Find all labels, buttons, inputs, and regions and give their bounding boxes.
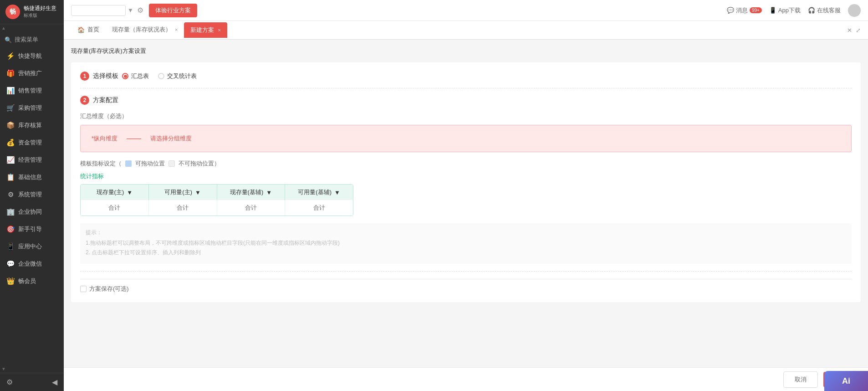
sidebar-item-app-center[interactable]: 📱 应用中心 xyxy=(0,238,64,255)
app-center-label: 应用中心 xyxy=(18,242,42,251)
sidebar-item-basic-info[interactable]: 📋 基础信息 xyxy=(0,169,64,186)
main-card: 1 选择模板 汇总表 交叉统计表 2 方案配置 xyxy=(71,62,861,302)
quick-nav-label: 快捷导航 xyxy=(18,52,42,60)
save-divider xyxy=(80,271,852,272)
template-settings-label: 模板指标设定（ 可拖动位置 不可拖动位置） xyxy=(80,159,852,168)
stats-header-3-label: 可用量(基辅) xyxy=(298,188,332,196)
topbar-dropdown-icon[interactable]: ▼ xyxy=(128,7,133,14)
tab-maximize-icon[interactable]: ⤢ xyxy=(856,27,861,34)
stats-header-0[interactable]: 现存量(主) ▼ xyxy=(81,185,149,200)
topbar-search-area: ▼ xyxy=(71,5,133,16)
step2-header: 2 方案配置 xyxy=(80,96,852,105)
dimension-required-label: *纵向维度 xyxy=(92,134,117,143)
ai-label: Ai xyxy=(842,376,850,386)
online-service-item[interactable]: 🎧 在线客服 xyxy=(808,6,841,15)
topbar-search-input[interactable] xyxy=(71,5,126,16)
stats-body-0-2: 合计 xyxy=(217,200,286,216)
inventory-icon: 📦 xyxy=(6,121,15,129)
page-title: 现存量(库存状况表)方案设置 xyxy=(71,47,861,55)
sidebar-item-wechat[interactable]: 💬 企业微信 xyxy=(0,255,64,273)
sidebar-item-inventory[interactable]: 📦 库存核算 xyxy=(0,117,64,134)
step1-title: 选择模板 xyxy=(93,72,118,80)
app-edition: 标准版 xyxy=(24,12,56,19)
tab-new-plan-close[interactable]: × xyxy=(218,27,220,33)
sidebar-item-purchase[interactable]: 🛒 采购管理 xyxy=(0,99,64,117)
tab-home[interactable]: 🏠 首页 xyxy=(71,21,106,39)
collapse-icon[interactable]: ◀ xyxy=(52,378,57,386)
tab-close-window-icon[interactable]: ✕ xyxy=(847,27,852,34)
tab-inventory-status-close[interactable]: × xyxy=(175,27,178,32)
topbar-settings-icon[interactable]: ⚙ xyxy=(137,6,143,15)
stats-header-1-dropdown[interactable]: ▼ xyxy=(195,189,201,196)
stats-header-2[interactable]: 现存量(基辅) ▼ xyxy=(217,185,286,200)
user-avatar[interactable] xyxy=(848,4,861,17)
cancel-button[interactable]: 取消 xyxy=(783,371,818,388)
template-options: 汇总表 交叉统计表 xyxy=(122,72,197,80)
enterprise-icon: 🏢 xyxy=(6,208,15,216)
inventory-label: 库存核算 xyxy=(18,121,42,129)
sidebar-item-sales[interactable]: 📊 销售管理 xyxy=(0,82,64,99)
step1-divider xyxy=(80,88,852,88)
basic-info-label: 基础信息 xyxy=(18,173,42,181)
dimension-section-title: 汇总维度（必选） xyxy=(80,112,852,120)
dimension-arrow: —— xyxy=(127,134,141,143)
system-label: 系统管理 xyxy=(18,190,42,199)
stats-table-header: 现存量(主) ▼ 可用量(主) ▼ 现存量(基辅) ▼ 可用量(基辅) ▼ xyxy=(81,185,353,200)
stats-header-1[interactable]: 可用量(主) ▼ xyxy=(149,185,217,200)
sidebar-item-enterprise[interactable]: 🏢 企业协同 xyxy=(0,203,64,221)
stats-header-0-dropdown[interactable]: ▼ xyxy=(127,189,133,196)
save-option: 方案保存(可选) xyxy=(80,279,852,293)
sidebar-item-new-guide[interactable]: 🎯 新手引导 xyxy=(0,221,64,238)
stats-header-2-label: 现存量(基辅) xyxy=(230,188,264,196)
sidebar-item-member[interactable]: 👑 畅会员 xyxy=(0,273,64,290)
step1-header: 1 选择模板 汇总表 交叉统计表 xyxy=(80,72,852,81)
sidebar-search-menu[interactable]: 🔍 搜索菜单 xyxy=(0,32,64,47)
online-service-label: 在线客服 xyxy=(817,6,841,15)
finance-icon: 💰 xyxy=(6,139,15,147)
stats-header-2-dropdown[interactable]: ▼ xyxy=(266,189,272,196)
app-center-icon: 📱 xyxy=(6,242,15,251)
stats-header-3[interactable]: 可用量(基辅) ▼ xyxy=(285,185,353,200)
sidebar-item-marketing[interactable]: 🎁 营销推广 xyxy=(0,65,64,82)
stats-header-1-label: 可用量(主) xyxy=(164,188,192,196)
tab-new-plan[interactable]: 新建方案 × xyxy=(184,22,227,38)
sales-icon: 📊 xyxy=(6,87,15,95)
app-download-item[interactable]: 📱 App下载 xyxy=(769,6,801,15)
sidebar-item-quick-nav[interactable]: ⚡ 快捷导航 xyxy=(0,47,64,65)
save-label: 方案保存(可选) xyxy=(89,285,129,293)
stats-header-0-label: 现存量(主) xyxy=(97,188,124,196)
sidebar-scroll-down[interactable]: ▼ xyxy=(0,365,64,373)
message-item[interactable]: 💬 消息 99+ xyxy=(727,6,762,15)
sidebar-item-system[interactable]: ⚙ 系统管理 xyxy=(0,186,64,203)
quick-nav-icon: ⚡ xyxy=(6,52,15,60)
content-area: 现存量(库存状况表)方案设置 1 选择模板 汇总表 交叉统计表 xyxy=(64,40,868,367)
sidebar-item-operations[interactable]: 📈 经营管理 xyxy=(0,151,64,169)
app-logo-icon: 畅 xyxy=(5,5,20,19)
no-drag-box-indicator xyxy=(168,160,175,167)
stats-body-0-3: 合计 xyxy=(285,200,353,216)
sidebar-scroll-up[interactable]: ▲ xyxy=(0,24,64,32)
search-icon: 🔍 xyxy=(5,36,12,43)
sidebar-logo: 畅 畅捷通好生意 标准版 xyxy=(0,0,64,24)
message-label: 消息 xyxy=(736,6,748,15)
app-download-icon: 📱 xyxy=(769,7,776,14)
radio-summary[interactable]: 汇总表 xyxy=(122,72,149,80)
radio-crosstab[interactable]: 交叉统计表 xyxy=(158,72,197,80)
tab-home-label: 首页 xyxy=(87,26,99,34)
tab-inventory-status[interactable]: 现存量（库存状况表） × xyxy=(106,21,184,39)
finance-label: 资金管理 xyxy=(18,139,42,147)
settings-footer-icon[interactable]: ⚙ xyxy=(6,378,13,386)
dimension-placeholder: 请选择分组维度 xyxy=(150,134,192,143)
search-menu-label: 搜索菜单 xyxy=(15,36,38,44)
sidebar-item-finance[interactable]: 💰 资金管理 xyxy=(0,134,64,151)
stats-header-3-dropdown[interactable]: ▼ xyxy=(334,189,340,196)
tabs-bar: 🏠 首页 现存量（库存状况表） × 新建方案 × ✕ ⤢ xyxy=(64,21,868,40)
trial-btn[interactable]: 体验行业方案 xyxy=(149,4,197,17)
save-checkbox[interactable] xyxy=(80,286,87,292)
basic-info-icon: 📋 xyxy=(6,173,15,181)
ai-floating-button[interactable]: Ai xyxy=(824,371,868,391)
message-icon: 💬 xyxy=(727,7,734,14)
tips-item-1: 2. 点击标题栏下拉可设置排序、插入列和删除列 xyxy=(86,249,846,257)
member-icon: 👑 xyxy=(6,277,15,285)
dimension-zone[interactable]: *纵向维度 —— 请选择分组维度 xyxy=(80,125,852,152)
